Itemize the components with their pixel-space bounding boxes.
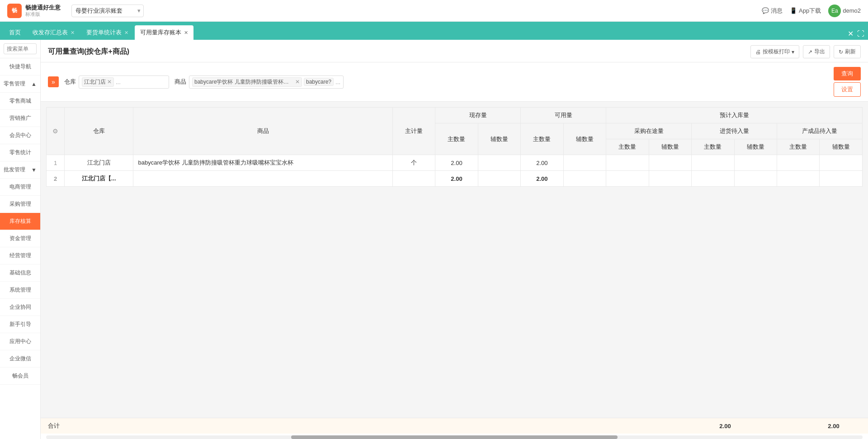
warehouse-tag: 江北门店 ✕ xyxy=(82,77,114,87)
scrollbar-thumb[interactable] xyxy=(291,435,618,439)
sidebar-item-member-center[interactable]: 会员中心 xyxy=(0,127,40,144)
th-planned-inbound: 预计入库量 xyxy=(606,108,863,123)
brand-text: 畅捷通好生意 标准版 xyxy=(25,4,61,17)
tab-home[interactable]: 首页 xyxy=(4,25,26,40)
export-btn[interactable]: ↗ 导出 xyxy=(803,45,830,58)
sidebar-item-retail-stats[interactable]: 零售统计 xyxy=(0,144,40,161)
sidebar-item-retail-mgmt[interactable]: 零售管理 ▲ xyxy=(0,76,40,93)
footer-current-main: 2.00 xyxy=(698,423,752,430)
maximize-icon[interactable]: ⛶ xyxy=(857,30,864,38)
cell-no: 1 xyxy=(47,155,65,171)
footer-available-main: 2.00 xyxy=(807,423,861,430)
sidebar-item-app-center[interactable]: 应用中心 xyxy=(0,333,40,350)
footer-label: 合计 xyxy=(48,422,60,430)
sidebar-search-container xyxy=(0,40,40,58)
app-download-btn[interactable]: 📱 App下载 xyxy=(790,7,821,15)
cell-product xyxy=(133,171,392,187)
th-production-main: 主数量 xyxy=(777,139,819,155)
message-icon: 💬 xyxy=(762,7,769,14)
warehouse-more-icon[interactable]: ... xyxy=(116,79,121,85)
sidebar-item-inventory[interactable]: 库存核算 xyxy=(0,213,40,230)
refresh-icon: ↻ xyxy=(839,49,843,55)
warehouse-filter: 仓库 江北门店 ✕ ... xyxy=(64,76,169,89)
sidebar-item-purchase[interactable]: 采购管理 xyxy=(0,196,40,213)
logo-icon: 畅 xyxy=(7,4,22,18)
cell-warehouse: 江北门店【... xyxy=(65,171,133,187)
table-container[interactable]: ⚙ 仓库 商品 主计量 现存量 可用量 预计入库量 主数量 辅数量 主数量 辅数… xyxy=(41,102,868,418)
main-layout: 快捷导航 零售管理 ▲ 零售商城 营销推广 会员中心 零售统计 批发管理 ▼ 电… xyxy=(0,40,868,439)
cell-current-main: 2.00 xyxy=(435,155,478,171)
th-purchase-transit: 采购在途量 xyxy=(606,123,692,139)
th-incoming-main: 主数量 xyxy=(692,139,734,155)
cell-purchase-transit-main xyxy=(606,155,649,171)
horizontal-scrollbar[interactable] xyxy=(41,434,868,439)
brand-sub: 标准版 xyxy=(25,11,61,17)
chevron-icon: ▼ xyxy=(31,167,37,173)
tab-receipt-summary[interactable]: 收发存汇总表 ✕ xyxy=(27,25,80,40)
product-input-group[interactable]: babycare学饮杯 儿童防摔防撞吸管杯重力球吸嘴杯宝宝水杯 ✕ babyca… xyxy=(189,76,344,89)
th-current-main: 主数量 xyxy=(435,123,478,155)
table-row: 1 江北门店 babycare学饮杯 儿童防摔防撞吸管杯重力球吸嘴杯宝宝水杯 个… xyxy=(47,155,863,171)
cell-current-main: 2.00 xyxy=(435,171,478,187)
sidebar: 快捷导航 零售管理 ▲ 零售商城 营销推广 会员中心 零售统计 批发管理 ▼ 电… xyxy=(0,40,41,439)
close-icon[interactable]: ✕ xyxy=(184,30,188,36)
refresh-btn[interactable]: ↻ 刷新 xyxy=(834,45,861,58)
filter-actions: 查询 设置 xyxy=(834,67,861,97)
th-current-stock: 现存量 xyxy=(435,108,521,123)
message-btn[interactable]: 💬 消息 xyxy=(762,7,783,15)
sidebar-item-enterprise-wechat[interactable]: 企业微信 xyxy=(0,350,40,368)
industry-selector[interactable]: 母婴行业演示账套 ▾ xyxy=(71,5,144,17)
sidebar-item-basic-info[interactable]: 基础信息 xyxy=(0,264,40,282)
cell-available-main: 2.00 xyxy=(521,171,563,187)
close-icon[interactable]: ✕ xyxy=(124,30,128,36)
product-more-icon[interactable]: ... xyxy=(335,79,340,85)
filter-expand-btn[interactable]: » xyxy=(48,76,59,87)
cell-purchase-transit-aux xyxy=(649,171,691,187)
content-area: 可用量查询(按仓库+商品) 🖨 按模板打印 ▾ ↗ 导出 ↻ 刷新 » xyxy=(41,40,868,439)
filter-bar: » 仓库 江北门店 ✕ ... 商品 babycare学饮杯 儿童防摔防撞吸管杯… xyxy=(41,62,868,102)
sidebar-item-newbie[interactable]: 新手引导 xyxy=(0,316,40,333)
close-icon[interactable]: ✕ xyxy=(71,30,75,36)
settings-icon[interactable]: ⚙ xyxy=(52,127,58,135)
print-icon: 🖨 xyxy=(755,49,761,55)
sidebar-item-enterprise[interactable]: 企业协同 xyxy=(0,299,40,316)
sidebar-item-finance[interactable]: 资金管理 xyxy=(0,230,40,247)
th-production-aux: 辅数量 xyxy=(820,139,863,155)
sidebar-item-members[interactable]: 畅会员 xyxy=(0,368,40,385)
close-window-icon[interactable]: ✕ xyxy=(848,29,854,38)
th-product: 商品 xyxy=(133,108,392,155)
sidebar-item-quick-nav[interactable]: 快捷导航 xyxy=(0,58,40,76)
cell-current-aux xyxy=(478,155,520,171)
remove-warehouse-icon[interactable]: ✕ xyxy=(107,79,112,85)
warehouse-input-group[interactable]: 江北门店 ✕ ... xyxy=(79,76,169,89)
th-available-main: 主数量 xyxy=(521,123,563,155)
th-settings[interactable]: ⚙ xyxy=(47,108,65,155)
cell-main-unit xyxy=(392,171,435,187)
cell-available-aux xyxy=(563,171,606,187)
sidebar-item-ops-mgmt[interactable]: 经营管理 xyxy=(0,247,40,264)
cell-warehouse: 江北门店 xyxy=(65,155,133,171)
sidebar-item-sys-mgmt[interactable]: 系统管理 xyxy=(0,282,40,299)
user-menu[interactable]: Ea demo2 xyxy=(828,5,861,17)
tab-available-stock[interactable]: 可用量库存账本 ✕ xyxy=(135,25,193,40)
th-main-unit: 主计量 xyxy=(392,108,435,155)
remove-product1-icon[interactable]: ✕ xyxy=(295,79,300,85)
page-title: 可用量查询(按仓库+商品) xyxy=(48,47,129,57)
sidebar-item-marketing[interactable]: 营销推广 xyxy=(0,110,40,127)
download-icon: 📱 xyxy=(790,7,797,14)
footer-bar: 合计 2.00 2.00 xyxy=(41,418,868,434)
sidebar-item-ecommerce[interactable]: 电商管理 xyxy=(0,179,40,196)
settings-btn[interactable]: 设置 xyxy=(834,82,861,97)
print-template-btn[interactable]: 🖨 按模板打印 ▾ xyxy=(750,45,799,58)
scrollbar-track xyxy=(46,435,863,439)
sidebar-search-input[interactable] xyxy=(4,43,37,54)
sidebar-item-retail-store[interactable]: 零售商城 xyxy=(0,93,40,110)
th-current-aux: 辅数量 xyxy=(478,123,520,155)
th-incoming-aux: 辅数量 xyxy=(734,139,777,155)
cell-production-aux xyxy=(820,155,863,171)
cell-purchase-transit-main xyxy=(606,171,649,187)
query-btn[interactable]: 查询 xyxy=(834,67,861,80)
tab-order-stats[interactable]: 要货单统计表 ✕ xyxy=(81,25,134,40)
cell-production-aux xyxy=(820,171,863,187)
sidebar-item-wholesale-mgmt[interactable]: 批发管理 ▼ xyxy=(0,161,40,179)
